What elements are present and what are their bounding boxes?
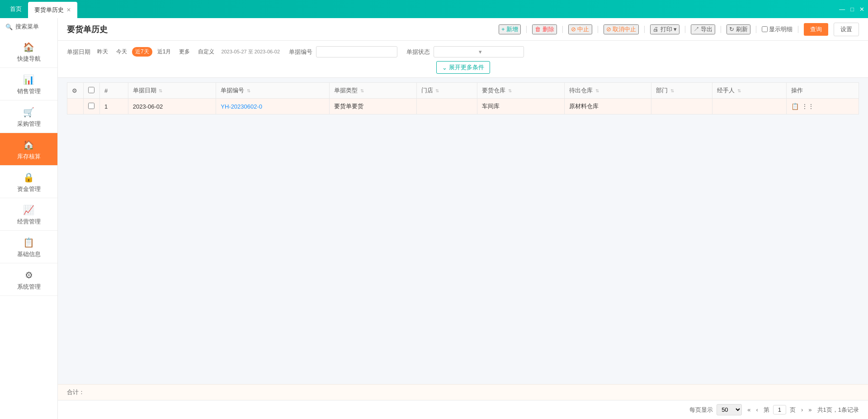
page-first-button[interactable]: « xyxy=(745,405,752,414)
print-chevron-icon: ▾ xyxy=(674,26,677,33)
sort-req-warehouse-icon: ⇅ xyxy=(508,88,512,93)
sidebar-item-quick-nav[interactable]: 🏠 快捷导航 xyxy=(0,35,57,68)
cell-req-warehouse: 车间库 xyxy=(477,99,565,114)
th-req-warehouse[interactable]: 要货仓库 ⇅ xyxy=(477,83,565,99)
page-size-select[interactable]: 20 50 100 xyxy=(717,404,742,415)
sidebar-item-label: 经营管理 xyxy=(17,218,41,226)
tab-close-icon[interactable]: ✕ xyxy=(66,7,71,13)
th-handler[interactable]: 经手人 ⇅ xyxy=(712,83,787,99)
sidebar-item-purchase[interactable]: 🛒 采购管理 xyxy=(0,100,57,133)
page-next-button[interactable]: › xyxy=(799,405,805,414)
divider xyxy=(721,26,721,33)
pagination-bar: 每页显示 20 50 100 « ‹ 第 1 页 › » 共1页，1条记录 xyxy=(58,400,868,419)
window-close[interactable]: ✕ xyxy=(859,6,864,13)
th-doc-type-label: 单据类型 xyxy=(334,87,358,94)
filter-row-1: 单据日期 昨天 今天 近7天 近1月 更多 自定义 2023-05-27 至 2… xyxy=(67,46,859,57)
cell-doc-date: 2023-06-02 xyxy=(128,99,216,114)
page-title: 要货单历史 xyxy=(67,24,108,35)
divider xyxy=(644,26,645,33)
th-pending-warehouse-label: 待出仓库 xyxy=(569,87,593,94)
row-more-icon[interactable]: ⋮⋮ xyxy=(802,103,814,110)
divider xyxy=(562,26,563,33)
system-icon: ⚙ xyxy=(25,270,33,281)
main-layout: 🔍 搜索菜单 🏠 快捷导航 📊 销售管理 🛒 采购管理 🏠 库存核算 🔒 资金管… xyxy=(0,18,868,419)
th-department[interactable]: 部门 ⇅ xyxy=(651,83,712,99)
date-btn-today[interactable]: 今天 xyxy=(113,47,130,57)
th-settings[interactable]: ⚙ xyxy=(67,83,84,99)
select-all-checkbox[interactable] xyxy=(88,87,94,93)
doc-number-input[interactable] xyxy=(316,46,397,57)
top-bar: 首页 要货单历史 ✕ — □ ✕ xyxy=(0,0,868,18)
th-actions: 操作 xyxy=(786,83,859,99)
date-filter-label: 单据日期 xyxy=(67,48,90,56)
row-checkbox[interactable] xyxy=(88,103,94,109)
page-size-label: 每页显示 xyxy=(689,406,713,414)
tab-home[interactable]: 首页 xyxy=(4,0,28,18)
print-button[interactable]: 🖨 打印 ▾ xyxy=(650,24,679,34)
date-btn-last7days[interactable]: 近7天 xyxy=(132,47,152,57)
date-btn-custom[interactable]: 自定义 xyxy=(195,47,217,57)
expand-label: 展开更多条件 xyxy=(449,63,484,71)
sidebar-item-finance[interactable]: 🔒 资金管理 xyxy=(0,166,57,198)
show-detail-checkbox[interactable] xyxy=(762,26,768,32)
th-store[interactable]: 门店 ⇅ xyxy=(416,83,477,99)
th-doc-type[interactable]: 单据类型 ⇅ xyxy=(329,83,416,99)
sort-doc-date-icon: ⇅ xyxy=(159,88,162,93)
window-maximize[interactable]: □ xyxy=(850,6,854,13)
stop-button[interactable]: ⊘ 中止 xyxy=(568,24,592,34)
current-page-input[interactable]: 1 xyxy=(773,405,786,414)
row-edit-icon[interactable]: 📋 xyxy=(791,103,799,110)
th-doc-date[interactable]: 单据日期 ⇅ xyxy=(128,83,216,99)
page-prev-button[interactable]: ‹ xyxy=(754,405,760,414)
tab-home-label: 首页 xyxy=(10,5,22,13)
date-btn-yesterday[interactable]: 昨天 xyxy=(94,47,111,57)
date-btn-last1month[interactable]: 近1月 xyxy=(154,47,175,57)
doc-number-link[interactable]: YH-20230602-0 xyxy=(221,103,262,110)
page-goto-label: 第 xyxy=(762,405,771,415)
sidebar-item-system[interactable]: ⚙ 系统管理 xyxy=(0,263,57,296)
refresh-button[interactable]: ↻ 刷新 xyxy=(726,24,750,34)
cancel-stop-button[interactable]: ⊘ 取消中止 xyxy=(604,24,639,34)
divider xyxy=(598,26,598,33)
cell-doc-number[interactable]: YH-20230602-0 xyxy=(216,99,330,114)
divider xyxy=(526,26,527,33)
query-button[interactable]: 查询 xyxy=(804,23,828,36)
sidebar-item-operations[interactable]: 📈 经营管理 xyxy=(0,198,57,231)
sidebar-item-label: 快捷导航 xyxy=(17,55,41,63)
sidebar-item-inventory[interactable]: 🏠 库存核算 xyxy=(0,133,57,166)
expand-row: ⌄ 展开更多条件 xyxy=(67,61,859,74)
th-doc-number[interactable]: 单据编号 ⇅ xyxy=(216,83,330,99)
chevron-down-icon: ▾ xyxy=(479,48,520,55)
cell-doc-type: 要货单要货 xyxy=(329,99,416,114)
doc-status-select[interactable]: ▾ xyxy=(434,46,524,57)
th-pending-warehouse[interactable]: 待出仓库 ⇅ xyxy=(564,83,651,99)
finance-icon: 🔒 xyxy=(23,172,34,183)
th-index: # xyxy=(100,83,128,99)
sales-icon: 📊 xyxy=(23,74,34,85)
settings-button[interactable]: 设置 xyxy=(834,23,859,36)
page-last-button[interactable]: » xyxy=(807,405,813,414)
window-controls: — □ ✕ xyxy=(839,6,864,13)
sidebar-item-basic-info[interactable]: 📋 基础信息 xyxy=(0,231,57,263)
export-button[interactable]: ↗ 导出 xyxy=(691,24,716,34)
sort-pending-warehouse-icon: ⇅ xyxy=(595,88,599,93)
sidebar-item-sales[interactable]: 📊 销售管理 xyxy=(0,68,57,100)
print-label: 🖨 打印 xyxy=(653,25,672,33)
window-minimize[interactable]: — xyxy=(839,6,845,13)
sort-handler-icon: ⇅ xyxy=(737,88,741,93)
sidebar-search[interactable]: 🔍 搜索菜单 xyxy=(0,18,57,35)
inventory-icon: 🏠 xyxy=(23,139,34,150)
sort-store-icon: ⇅ xyxy=(435,88,439,93)
show-detail-toggle[interactable]: 显示明细 xyxy=(762,25,793,33)
th-store-label: 门店 xyxy=(421,87,433,94)
delete-button[interactable]: 🗑 删除 xyxy=(532,24,557,34)
new-button[interactable]: + 新增 xyxy=(499,24,521,34)
doc-status-filter-group: 单据状态 ▾ xyxy=(406,46,524,57)
date-shortcuts: 昨天 今天 近7天 近1月 更多 自定义 xyxy=(94,47,217,57)
sidebar: 🔍 搜索菜单 🏠 快捷导航 📊 销售管理 🛒 采购管理 🏠 库存核算 🔒 资金管… xyxy=(0,18,58,419)
tab-requisition-history[interactable]: 要货单历史 ✕ xyxy=(28,2,77,18)
pagination-nav: « ‹ 第 1 页 › » xyxy=(745,405,813,415)
expand-more-button[interactable]: ⌄ 展开更多条件 xyxy=(436,61,490,74)
date-btn-more[interactable]: 更多 xyxy=(176,47,193,57)
doc-number-label: 单据编号 xyxy=(289,48,312,56)
